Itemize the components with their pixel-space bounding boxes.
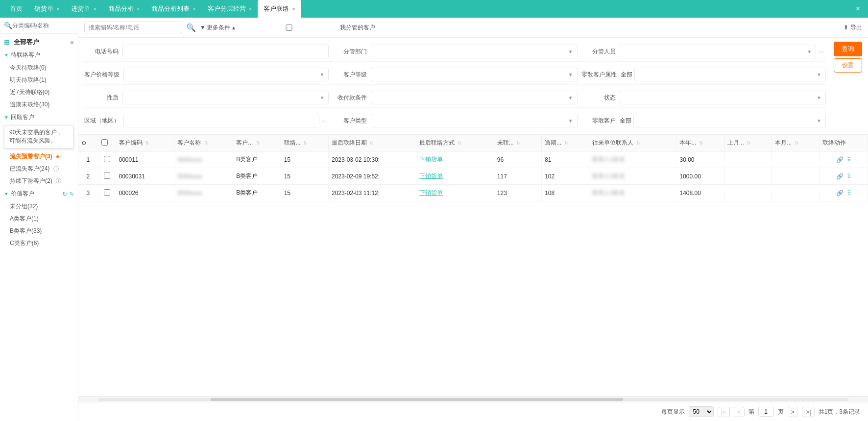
sidebar-collapse-button[interactable]: «: [70, 38, 74, 46]
nature-select[interactable]: ▼: [122, 91, 329, 104]
filter-row-1: 电话号码 分管部门 ▼ 分管人员: [84, 42, 826, 62]
prev-page-button[interactable]: <: [734, 407, 745, 417]
action-link-icon[interactable]: 🔗: [836, 190, 844, 197]
nav-sales[interactable]: 销货单 ×: [28, 0, 65, 18]
action-more-icon[interactable]: ⠿: [847, 173, 851, 180]
sidebar-item-7days[interactable]: 近7天待联络(0): [0, 86, 78, 99]
search-input[interactable]: [84, 22, 182, 33]
filter-price-level: 客户价格等级 ▼: [84, 68, 329, 81]
sidebar-item-c-class[interactable]: C类客户(6): [0, 237, 78, 249]
row-checkbox[interactable]: [98, 151, 116, 168]
scrollbar-thumb[interactable]: [211, 398, 624, 401]
sidebar-group-value[interactable]: ▼ 价值客户 ↻ ✎: [0, 187, 78, 200]
payment-select[interactable]: ▼: [371, 91, 577, 104]
region-ellipsis-button[interactable]: ···: [319, 117, 329, 124]
sidebar-item-declining[interactable]: 持续下滑客户(2) ⓘ: [0, 175, 78, 187]
row-checkbox[interactable]: [98, 185, 116, 201]
filter-row-3: 性质 ▼ 收付款条件 ▼: [84, 88, 826, 108]
sidebar-search-input[interactable]: [12, 22, 78, 29]
sidebar-item-today[interactable]: 今天待联络(0): [0, 62, 78, 74]
row-last-month: [724, 168, 772, 185]
row-customer-type: B类客户: [233, 185, 281, 201]
nav-customer-contact[interactable]: 客户联络 ×: [258, 0, 301, 18]
sort-icon-6: ⇅: [458, 140, 461, 146]
row-contact: 15: [281, 151, 328, 168]
action-link-icon[interactable]: 🔗: [836, 173, 844, 180]
page-number-input[interactable]: [758, 407, 774, 417]
nav-analysis-list[interactable]: 商品分析列表 ×: [145, 0, 201, 18]
my-customers-checkbox-label[interactable]: 我分管的客户: [240, 24, 375, 32]
zero-attr-arrow-icon: ▼: [817, 72, 821, 77]
nav-analysis[interactable]: 商品分析 ×: [102, 0, 145, 18]
my-customers-checkbox[interactable]: [240, 25, 338, 31]
price-level-select[interactable]: ▼: [123, 68, 329, 81]
row-contact-person: 联系人2姓名: [589, 168, 676, 185]
sort-icon-11: ⇅: [747, 140, 750, 146]
query-button[interactable]: 查询: [834, 42, 862, 56]
row-last-method[interactable]: 下销货单: [416, 168, 494, 185]
person-ellipsis-button[interactable]: ···: [816, 48, 826, 55]
close-analysis-icon[interactable]: ×: [137, 6, 140, 12]
sidebar-group-pending[interactable]: ▼ 待联络客户: [0, 49, 78, 62]
close-sales-icon[interactable]: ×: [56, 6, 59, 12]
grid-icon: ⊞: [4, 38, 10, 46]
next-page-button[interactable]: >: [788, 407, 798, 417]
sidebar-item-ungrouped[interactable]: 未分组(32): [0, 200, 78, 213]
sidebar-item-churned[interactable]: 已流失客户(24) ⓘ: [0, 163, 78, 175]
row-code: 00030031: [116, 168, 174, 185]
row-checkbox[interactable]: [98, 168, 116, 185]
customer-level-select[interactable]: ▼: [371, 68, 577, 81]
scrollbar-track: [98, 398, 848, 401]
zero-customer-select[interactable]: ▼: [633, 114, 826, 127]
close-all-button[interactable]: ×: [852, 4, 864, 13]
more-conditions-button[interactable]: ▼ 更多条件 ▲: [200, 24, 236, 32]
row-customer-type: B类客户: [233, 151, 281, 168]
setting-button[interactable]: 设置: [834, 58, 862, 73]
sort-icon-4: ⇅: [303, 140, 307, 146]
export-button[interactable]: ⬆ 导出: [844, 24, 862, 32]
nav-purchase[interactable]: 进货单 ×: [65, 0, 102, 18]
close-customer-contact-icon[interactable]: ×: [292, 6, 295, 12]
per-page-select[interactable]: 50 100 200: [689, 406, 714, 417]
row-actions[interactable]: 🔗 ⠿: [820, 185, 868, 201]
sidebar-item-b-class[interactable]: B类客户(33): [0, 225, 78, 237]
search-button[interactable]: 🔍: [186, 23, 196, 32]
sidebar-group-review[interactable]: ▼ 回顾客户: [0, 111, 78, 124]
row-actions[interactable]: 🔗 ⠿: [820, 151, 868, 168]
th-settings[interactable]: ⚙: [78, 135, 98, 151]
phone-input[interactable]: [122, 45, 329, 58]
close-analysis-list-icon[interactable]: ×: [193, 6, 195, 12]
action-link-icon[interactable]: 🔗: [836, 156, 844, 163]
region-input[interactable]: [123, 114, 319, 127]
row-contact-person: 联系人3姓名: [589, 185, 676, 201]
sidebar-item-tomorrow[interactable]: 明天待联络(1): [0, 74, 78, 86]
close-customer-tier-icon[interactable]: ×: [249, 6, 252, 12]
row-last-method[interactable]: 下销货单: [416, 185, 494, 201]
select-all-checkbox[interactable]: [101, 139, 108, 146]
th-checkbox[interactable]: [98, 135, 116, 151]
edit-icon[interactable]: ✎: [69, 191, 74, 198]
first-page-button[interactable]: |<: [718, 407, 730, 417]
sidebar-item-a-class[interactable]: A类客户(1): [0, 213, 78, 225]
last-page-button[interactable]: >|: [802, 407, 814, 417]
content-area: 🔍 ▼ 更多条件 ▲ 我分管的客户 ⬆ 导出: [78, 18, 868, 421]
close-purchase-icon[interactable]: ×: [93, 6, 96, 12]
sidebar-item-churn-warning[interactable]: 流失预警客户(3) ●: [0, 150, 78, 163]
row-actions[interactable]: 🔗 ⠿: [820, 168, 868, 185]
sidebar-item-overdue[interactable]: 逾期未联络(30): [0, 99, 78, 111]
dept-select[interactable]: ▼: [371, 45, 577, 58]
action-more-icon[interactable]: ⠿: [847, 156, 851, 163]
nav-customer-tier[interactable]: 客户分层经营 ×: [202, 0, 258, 18]
action-more-icon[interactable]: ⠿: [847, 190, 851, 197]
horizontal-scrollbar[interactable]: [78, 396, 868, 402]
status-select[interactable]: ▼: [620, 91, 826, 104]
customer-type-select[interactable]: ▼: [371, 114, 577, 127]
sort-icon-10: ⇅: [699, 140, 703, 146]
filter-person: 分管人员 ▼ ···: [581, 45, 826, 58]
nav-home[interactable]: 首页: [4, 0, 28, 18]
refresh-icon[interactable]: ↻: [62, 191, 67, 198]
row-last-method[interactable]: 下销货单: [416, 151, 494, 168]
person-select[interactable]: ▼: [620, 45, 817, 58]
zero-attr-select[interactable]: ▼: [634, 68, 826, 81]
status-arrow-icon: ▼: [817, 95, 821, 100]
